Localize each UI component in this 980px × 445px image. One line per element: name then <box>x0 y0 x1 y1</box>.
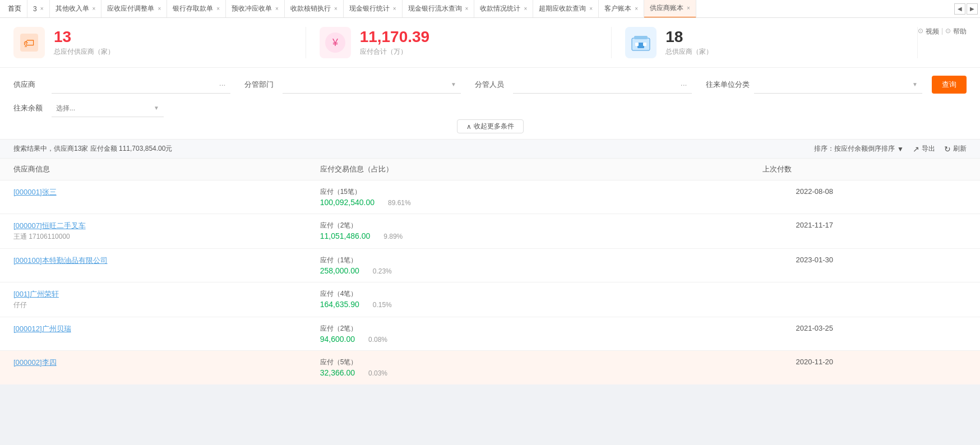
nav-tab-supplier-account-close[interactable]: × <box>687 5 690 11</box>
collapse-button[interactable]: ∧ 收起更多条件 <box>457 119 524 133</box>
nav-tab-payment-stat[interactable]: 收款情况统计 × <box>474 0 533 18</box>
export-button[interactable]: ↗ 导出 <box>913 144 935 154</box>
nav-tab-bank-deposit-close[interactable]: × <box>216 6 220 12</box>
transaction-info-3: 应付（4笔） 164,635.90 0.15% <box>320 289 729 309</box>
nav-tab-cash-flow[interactable]: 现金银行流水查询 × <box>403 0 475 18</box>
nav-tab-supplier-account[interactable]: 供应商账本 × <box>644 0 696 18</box>
nav-tab-collection[interactable]: 收款核销执行 × <box>285 0 344 18</box>
trans-amount-0[interactable]: 100,092,540.00 <box>320 198 375 207</box>
supplier-input-wrap[interactable]: ··· <box>52 76 230 94</box>
refresh-button[interactable]: ↻ 刷新 <box>944 144 967 154</box>
supplier-input[interactable] <box>56 81 219 89</box>
lastpay-date-3 <box>762 289 796 298</box>
separator: | <box>941 27 943 35</box>
total-suppliers-label: 总供应商（家） <box>665 47 713 57</box>
nav-tab-3-close[interactable]: × <box>40 6 44 12</box>
supplier-link-0[interactable]: [000001]张三 <box>13 187 320 197</box>
header-lastpay: 上次付数 <box>729 164 967 174</box>
nav-tab-cash-flow-label: 现金银行流水查询 <box>408 4 462 13</box>
results-bar: 搜索结果中，供应商13家 应付金额 111,703,854.00元 排序：按应付… <box>0 140 980 159</box>
summary-total-suppliers: 18 总供应商（家） <box>612 27 918 58</box>
nav-tab-prepayment[interactable]: 预收冲应收单 × <box>226 0 285 18</box>
supplier-link-3[interactable]: [001]广州荣轩 <box>13 289 320 299</box>
trans-amount-3[interactable]: 164,635.90 <box>320 300 359 309</box>
trans-row-4: 94,600.00 0.08% <box>320 335 729 344</box>
export-label: 导出 <box>922 144 935 154</box>
nav-tab-adjustment[interactable]: 应收应付调整单 × <box>101 0 167 18</box>
nav-next-arrow[interactable]: ▶ <box>967 3 978 15</box>
person-input-wrap[interactable]: ··· <box>513 76 692 94</box>
nav-tab-3[interactable]: 3 × <box>27 0 50 18</box>
results-actions: 排序：按应付余额倒序排序 ▼ ↗ 导出 ↻ 刷新 <box>814 144 967 154</box>
nav-tab-overdue-close[interactable]: × <box>589 6 593 12</box>
supplier-link-5[interactable]: [000002]李四 <box>13 358 320 368</box>
nav-tab-customer-account[interactable]: 客户账本 × <box>599 0 644 18</box>
supplier-dots-icon[interactable]: ··· <box>219 80 226 89</box>
nav-tab-payment-stat-close[interactable]: × <box>524 6 527 12</box>
table-row: [001]广州荣轩 仔仔 应付（4笔） 164,635.90 0.15% <box>0 282 980 317</box>
nav-tab-customer-account-label: 客户账本 <box>604 4 631 13</box>
person-dots-icon[interactable]: ··· <box>681 80 687 89</box>
svg-rect-8 <box>643 43 646 46</box>
trans-amount-1[interactable]: 11,051,486.00 <box>320 231 371 240</box>
lastpay-date-0: 2022-08-08 <box>762 187 834 196</box>
trans-percent-1: 9.89% <box>383 233 403 240</box>
balance-arrow-icon[interactable]: ▼ <box>154 105 159 111</box>
circle-icon: ⊙ <box>918 27 923 35</box>
filter-row-1: 供应商 ··· 分管部门 ▼ 分管人员 ··· 往来单位分类 ▼ <box>13 76 967 94</box>
nav-tab-prepayment-label: 预收冲应收单 <box>232 4 272 13</box>
trans-amount-5[interactable]: 32,366.00 <box>320 368 355 377</box>
category-arrow-icon[interactable]: ▼ <box>912 81 918 87</box>
supplier-link-4[interactable]: [000012]广州贝瑞 <box>13 324 320 334</box>
sort-label: 排序：按应付余额倒序排序 <box>814 144 895 154</box>
supplier-info-5: [000002]李四 <box>13 358 320 368</box>
supplier-info-3: [001]广州荣轩 仔仔 <box>13 289 320 310</box>
trans-label-2: 应付（1笔） <box>320 256 729 265</box>
department-arrow-icon[interactable]: ▼ <box>451 81 456 87</box>
trans-amount-4[interactable]: 94,600.00 <box>320 335 355 344</box>
nav-tab-adjustment-close[interactable]: × <box>158 6 161 12</box>
nav-tab-customer-account-close[interactable]: × <box>635 6 638 12</box>
nav-tab-collection-label: 收款核销执行 <box>290 4 331 13</box>
supplier-link-2[interactable]: [000100]本特勤油品有限公司 <box>13 256 320 266</box>
person-input[interactable] <box>517 81 681 89</box>
nav-tab-prepayment-close[interactable]: × <box>275 6 279 12</box>
supplier-link-1[interactable]: [000007]恒旺二手叉车 <box>13 221 320 231</box>
supplier-info-1: [000007]恒旺二手叉车 王通 17106110000 <box>13 221 320 242</box>
nav-tab-cash-flow-close[interactable]: × <box>465 6 469 12</box>
trans-row-0: 100,092,540.00 89.61% <box>320 198 729 207</box>
nav-tab-bank-deposit[interactable]: 银行存取款单 × <box>167 0 226 18</box>
nav-prev-arrow[interactable]: ◀ <box>954 3 965 15</box>
nav-home[interactable]: 首页 <box>2 0 27 18</box>
trans-row-2: 258,000.00 0.23% <box>320 266 729 275</box>
trans-label-1: 应付（2笔） <box>320 221 729 230</box>
svg-rect-7 <box>635 43 639 46</box>
nav-tab-collection-close[interactable]: × <box>334 6 338 12</box>
category-input-wrap[interactable]: ▼ <box>754 76 923 94</box>
category-input[interactable] <box>759 81 910 89</box>
balance-input-wrap[interactable]: ▼ <box>52 99 164 117</box>
trans-amount-2[interactable]: 258,000.00 <box>320 266 359 275</box>
summary-bar: 🏷 13 总应付供应商（家） ¥ 11,170.39 应付合计（万） <box>0 18 980 68</box>
svg-text:¥: ¥ <box>332 37 339 48</box>
nav-tab-overdue[interactable]: 超期应收款查询 × <box>533 0 599 18</box>
video-link[interactable]: 视频 <box>926 27 939 36</box>
header-supplier: 供应商信息 <box>13 164 320 174</box>
nav-tab-payment-stat-label: 收款情况统计 <box>480 4 520 13</box>
department-input-wrap[interactable]: ▼ <box>283 76 461 94</box>
nav-tab-other-income[interactable]: 其他收入单 × <box>50 0 102 18</box>
department-input[interactable] <box>287 81 449 89</box>
balance-input[interactable] <box>56 104 151 112</box>
nav-tab-supplier-account-label: 供应商账本 <box>650 3 683 13</box>
table-row: [000100]本特勤油品有限公司 应付（1笔） 258,000.00 0.23… <box>0 249 980 282</box>
lastpay-3 <box>729 289 967 298</box>
sort-dropdown[interactable]: 排序：按应付余额倒序排序 ▼ <box>814 144 904 154</box>
nav-tab-cash-stat-close[interactable]: × <box>393 6 396 12</box>
nav-tab-other-income-close[interactable]: × <box>93 6 96 12</box>
nav-tab-cash-stat[interactable]: 现金银行统计 × <box>344 0 403 18</box>
person-filter-label: 分管人员 <box>475 80 509 90</box>
collapse-btn-label: 收起更多条件 <box>474 122 514 131</box>
nav-tab-bank-deposit-label: 银行存取款单 <box>173 4 213 13</box>
search-button[interactable]: 查询 <box>932 76 967 94</box>
help-link[interactable]: 帮助 <box>953 27 967 36</box>
